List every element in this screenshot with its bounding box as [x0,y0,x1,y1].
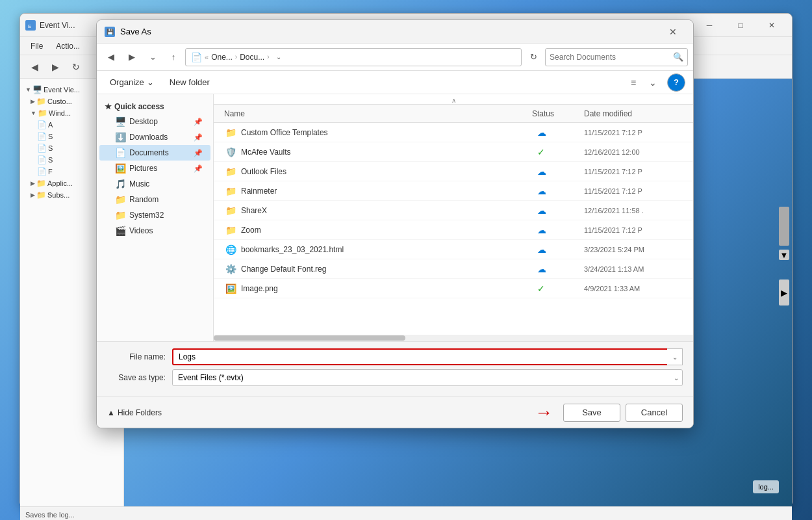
file-row[interactable]: 📁 Custom Office Templates ☁ 11/15/2021 7… [214,123,693,142]
bg-window-controls: ─ □ ✕ [694,16,787,34]
save-as-dialog: 💾 Save As ✕ ◀ ▶ ⌄ ↑ 📄 « One... › Docu...… [96,20,694,428]
view-dropdown-button[interactable]: ⌄ [644,73,662,92]
file-name-cell: 📁 Rainmeter [219,185,532,198]
sidebar-item-downloads[interactable]: ⬇️ Downloads 📌 [99,129,210,145]
file-date-cell: 12/16/2021 12:00 [584,148,688,156]
file-date-cell: 4/9/2021 1:33 AM [584,285,688,292]
address-path[interactable]: 📄 « One... › Docu... › ⌄ [185,48,522,66]
quick-access-label: Quick access [114,102,164,111]
dialog-sidebar: ★ Quick access 🖥️ Desktop 📌 ⬇️ Downloads… [97,94,214,341]
sidebar-item-system32[interactable]: 📁 System32 [99,207,210,223]
file-icon: ⚙️ [224,263,237,276]
address-up-button[interactable]: ↑ [164,48,183,66]
file-row[interactable]: ⚙️ Change Default Font.reg ☁ 3/24/2021 1… [214,259,693,279]
sidebar-icon-6: 📁 [115,210,125,220]
sidebar-icon-5: 📁 [115,194,125,205]
col-header-date[interactable]: Date modified [584,109,688,118]
file-status-cell: ☁ [532,244,584,255]
hide-folders-arrow: ▲ [107,408,115,417]
sidebar-label-7: Videos [129,226,153,235]
file-row[interactable]: 📁 Outlook Files ☁ 11/15/2021 7:12 P [214,162,693,181]
sort-indicator: ∧ [451,97,456,104]
bg-forward-button[interactable]: ▶ [46,58,64,76]
sidebar-item-pictures[interactable]: 🖼️ Pictures 📌 [99,161,210,176]
filename-dropdown-arrow: ⌄ [672,354,678,361]
file-row[interactable]: 🖼️ Image.png ✓ 4/9/2021 1:33 AM [214,279,693,298]
cancel-button[interactable]: Cancel [626,404,683,422]
filetype-select[interactable]: Event Files (*.evtx) [172,369,683,386]
file-date-cell: 11/15/2021 7:12 P [584,168,688,176]
address-forward-button[interactable]: ▶ [123,48,141,66]
bg-close-button[interactable]: ✕ [757,16,787,34]
sidebar-item-music[interactable]: 🎵 Music [99,176,210,192]
search-input[interactable] [550,53,673,62]
address-refresh-button[interactable]: ↻ [524,48,542,66]
cloud-icon: ☁ [537,127,546,138]
address-back-button[interactable]: ◀ [102,48,120,66]
file-name-cell: 📁 Outlook Files [219,165,532,178]
path-file-icon: 📄 [191,52,202,62]
bg-maximize-button[interactable]: □ [726,16,755,34]
sidebar-item-random[interactable]: 📁 Random [99,192,210,207]
filename-input-wrapper: ⌄ [172,348,683,365]
file-name-cell: 📁 Custom Office Templates [219,126,532,139]
scroll-down-1[interactable]: ▼ [779,250,789,260]
quick-access-header[interactable]: ★ Quick access [97,99,213,114]
file-name: bookmarks_23_03_2021.html [241,245,344,254]
save-button[interactable]: Save [563,404,620,422]
cloud-icon: ☁ [537,244,546,255]
file-icon: 📁 [224,185,237,198]
sidebar-icon-4: 🎵 [115,179,125,189]
horizontal-scrollbar[interactable] [214,335,693,341]
pin-icon-0: 📌 [194,118,203,126]
dialog-content: ★ Quick access 🖥️ Desktop 📌 ⬇️ Downloads… [97,94,693,341]
file-row[interactable]: 📁 Rainmeter ☁ 11/15/2021 7:12 P [214,181,693,201]
col-header-name[interactable]: Name [219,109,532,118]
bg-menu-action[interactable]: Actio... [51,40,85,52]
organize-label: Organize [110,77,144,87]
sidebar-items-list: 🖥️ Desktop 📌 ⬇️ Downloads 📌 📄 Documents … [97,114,213,239]
dialog-toolbar: Organize ⌄ New folder ≡ ⌄ ? [97,71,693,94]
file-name: Rainmeter [241,187,277,196]
log-text: log... [753,480,779,493]
sidebar-label-4: Music [129,179,149,188]
file-row[interactable]: 📁 Zoom ☁ 11/15/2021 7:12 P [214,220,693,240]
scroll-right-1[interactable]: ▶ [779,280,789,306]
path-dropdown-button[interactable]: ⌄ [272,48,285,66]
filename-dropdown-btn[interactable]: ⌄ [667,348,683,365]
bg-back-button[interactable]: ◀ [25,58,44,76]
filename-label: File name: [107,352,172,361]
bg-minimize-button[interactable]: ─ [694,16,724,34]
sidebar-label-6: System32 [129,211,164,220]
file-row[interactable]: 🛡️ McAfee Vaults ✓ 12/16/2021 12:00 [214,142,693,162]
sidebar-item-documents[interactable]: 📄 Documents 📌 [99,145,210,161]
view-list-button[interactable]: ≡ [624,73,642,92]
file-status-cell: ☁ [532,205,584,216]
quick-access-arrow: ★ [105,102,112,111]
sidebar-icon-0: 🖥️ [115,116,125,127]
bg-refresh-button[interactable]: ↻ [67,58,85,76]
cloud-icon: ☁ [537,166,546,177]
file-status-cell: ☁ [532,166,584,177]
col-header-status[interactable]: Status [532,109,584,118]
new-folder-button[interactable]: New folder [164,75,215,90]
file-date-cell: 12/16/2021 11:58 . [584,207,688,214]
save-arrow-indicator: → [535,402,553,423]
filename-input[interactable] [172,348,683,365]
file-icon: 🖼️ [224,282,237,295]
check-icon: ✓ [537,283,545,294]
file-icon: 🛡️ [224,146,237,159]
hide-folders-button[interactable]: ▲ Hide Folders [107,408,162,417]
help-button[interactable]: ? [667,73,685,92]
organize-button[interactable]: Organize ⌄ [105,75,159,90]
path-separator-double: « [205,53,209,61]
file-row[interactable]: 🌐 bookmarks_23_03_2021.html ☁ 3/23/2021 … [214,240,693,259]
file-row[interactable]: 📁 ShareX ☁ 12/16/2021 11:58 . [214,201,693,220]
bg-menu-file[interactable]: File [25,40,48,52]
dialog-form: File name: ⌄ Save as type: Event Files (… [97,341,693,396]
cloud-icon: ☁ [537,186,546,196]
address-recent-button[interactable]: ⌄ [144,48,162,66]
sidebar-item-videos[interactable]: 🎬 Videos [99,223,210,239]
dialog-close-button[interactable]: ✕ [658,23,688,41]
sidebar-item-desktop[interactable]: 🖥️ Desktop 📌 [99,114,210,129]
